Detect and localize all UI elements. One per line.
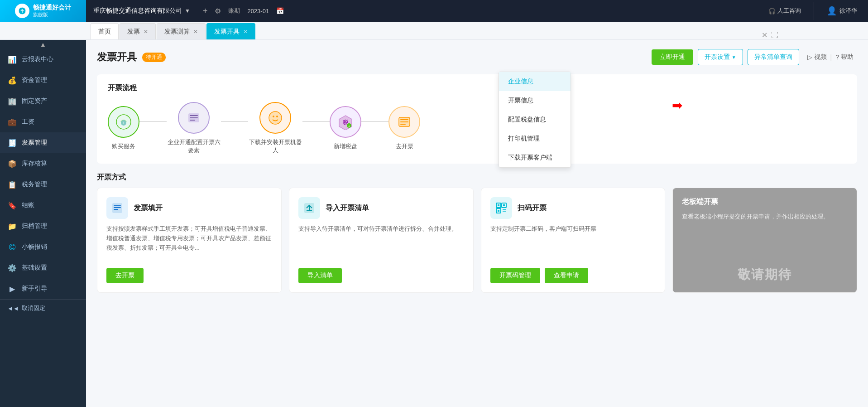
calendar-icon[interactable]: 📅 — [276, 7, 284, 15]
add-icon[interactable]: + — [203, 6, 208, 16]
method-grid: 发票填开 支持按照发票样式手工填开发票；可开具增值税电子普通发票、增值税普通发票… — [97, 188, 857, 293]
svg-text:+: + — [122, 121, 125, 126]
sidebar-item-report[interactable]: 📊 云报表中心 — [0, 49, 86, 70]
method-import-desc: 支持导入待开票清单，可对待开票清单进行拆分、合并处理。 — [298, 224, 464, 261]
method-fill-title: 发票填开 — [134, 204, 163, 213]
svg-rect-32 — [498, 210, 499, 212]
step-label-download: 下载并安装开票机器人 — [248, 138, 302, 155]
methods-section: 开票方式 发票填开 — [97, 173, 857, 293]
app-edition: 旗舰版 — [33, 11, 71, 18]
sidebar-item-salary[interactable]: 💼 工资 — [0, 111, 86, 132]
svg-rect-7 — [190, 117, 198, 118]
user-name: 徐泽华 — [839, 7, 857, 15]
tab-invoice-close[interactable]: ✕ — [144, 29, 148, 35]
user-avatar-icon: 👤 — [827, 6, 837, 16]
step-divider-2 — [221, 121, 248, 122]
salary-icon: 💼 — [7, 117, 17, 127]
process-step-tax[interactable]: 税 + 新增税盘 — [330, 106, 361, 150]
sidebar-item-archive[interactable]: 📁 归档管理 — [0, 216, 86, 237]
sidebar-scroll-up[interactable]: ▲ — [0, 40, 86, 49]
tab-home[interactable]: 首页 — [91, 23, 119, 39]
step-icon-download — [259, 102, 291, 134]
asset-icon: 🏢 — [7, 96, 17, 106]
sidebar-item-fund[interactable]: 💰 资金管理 — [0, 70, 86, 91]
method-scan-btn2[interactable]: 查看申请 — [545, 268, 588, 283]
step-label-tax: 新增税盘 — [334, 142, 357, 150]
method-scan-btn1[interactable]: 开票码管理 — [490, 268, 540, 283]
dropdown-invoice-info[interactable]: 开票信息 — [499, 91, 571, 110]
user-area[interactable]: 👤 徐泽华 — [827, 6, 857, 16]
process-step-go[interactable]: 去开票 — [388, 106, 420, 150]
dropdown-download-client[interactable]: 下载开票客户端 — [499, 148, 571, 167]
fund-icon: 💰 — [7, 75, 17, 85]
page-header: 发票开具 待开通 立即开通 开票设置 ▼ 企业信息 — [97, 49, 857, 65]
company-selector[interactable]: 重庆畅捷交通信息咨询有限公司 ▼ — [86, 7, 197, 15]
settle-icon: 🔖 — [7, 200, 17, 210]
sidebar-item-guide[interactable]: ▶ 新手引导 — [0, 278, 86, 299]
activate-button[interactable]: 立即开通 — [652, 49, 693, 65]
tab-close-icon[interactable]: ✕ — [762, 31, 767, 39]
sidebar-item-tax[interactable]: 📋 税务管理 — [0, 174, 86, 195]
header-actions: 立即开通 开票设置 ▼ 企业信息 开票信息 — [652, 49, 857, 65]
method-import-btn[interactable]: 导入清单 — [298, 268, 342, 283]
settings-button[interactable]: 开票设置 ▼ — [698, 49, 743, 65]
cancel-fixed-btn[interactable]: ◄◄ 取消固定 — [0, 299, 86, 317]
main-layout: ▲ 📊 云报表中心 💰 资金管理 🏢 固定资产 💼 工资 🧾 发票管理 📦 库存… — [0, 40, 868, 407]
tab-invoice-test-close[interactable]: ✕ — [193, 29, 198, 35]
top-bar-right: 🎧 人工咨询 👤 徐泽华 — [768, 2, 868, 20]
divider — [814, 2, 814, 20]
abnormal-button[interactable]: 异常清单查询 — [748, 49, 799, 65]
tab-invoice-issue-close[interactable]: ✕ — [243, 29, 248, 35]
sidebar: ▲ 📊 云报表中心 💰 资金管理 🏢 固定资产 💼 工资 🧾 发票管理 📦 库存… — [0, 40, 86, 407]
method-fill-btn[interactable]: 去开票 — [106, 268, 144, 283]
svg-rect-8 — [190, 120, 195, 121]
sidebar-item-report2[interactable]: © 小畅报销 — [0, 237, 86, 257]
method-card-import: 导入开票清单 支持导入待开票清单，可对待开票清单进行拆分、合并处理。 导入清单 — [289, 188, 474, 293]
period-value[interactable]: 2023-01 — [247, 8, 269, 15]
consultant-btn[interactable]: 🎧 人工咨询 — [768, 7, 801, 15]
method-boss-title: 老板端开票 — [682, 197, 718, 207]
process-step-buy[interactable]: + 购买服务 — [108, 106, 139, 150]
page-title: 发票开具 待开通 — [97, 50, 166, 64]
archive-icon: 📁 — [7, 221, 17, 231]
tab-invoice-issue[interactable]: 发票开具 ✕ — [206, 23, 255, 39]
period-label: 账期 — [228, 7, 240, 15]
sidebar-item-settings[interactable]: ⚙️ 基础设置 — [0, 257, 86, 278]
method-boss-header: 老板端开票 — [682, 197, 848, 207]
step-label-config: 企业开通配置开票六要素 — [167, 138, 221, 155]
tab-invoice-test[interactable]: 发票测算 ✕ — [157, 23, 206, 39]
settings-icon[interactable]: ⚙ — [215, 7, 221, 15]
method-fill-desc: 支持按照发票样式手工填开发票；可开具增值税电子普通发票、增值税普通发票、增值税专… — [106, 224, 272, 261]
dropdown-tax-disk[interactable]: 配置税盘信息 — [499, 110, 571, 129]
app-name: 畅捷通好会计 — [33, 4, 71, 11]
svg-rect-17 — [400, 119, 408, 120]
settings-dropdown: 企业信息 开票信息 配置税盘信息 打印机管理 下载开票客户端 — [499, 72, 571, 168]
top-bar: 畅捷通好会计 旗舰版 重庆畅捷交通信息咨询有限公司 ▼ + ⚙ 账期 2023-… — [0, 0, 868, 22]
tab-invoice[interactable]: 发票 ✕ — [120, 23, 156, 39]
step-icon-config — [178, 102, 210, 134]
sidebar-item-asset[interactable]: 🏢 固定资产 — [0, 91, 86, 111]
step-label-go: 去开票 — [396, 142, 413, 150]
headset-icon: 🎧 — [768, 8, 776, 15]
method-card-fill: 发票填开 支持按照发票样式手工填开发票；可开具增值税电子普通发票、增值税普通发票… — [97, 188, 282, 293]
overlay-pending-text: 敬请期待 — [673, 266, 857, 283]
process-step-download[interactable]: 下载并安装开票机器人 — [248, 102, 302, 155]
settings-btn-container: 开票设置 ▼ 企业信息 开票信息 配置税盘信息 — [698, 49, 743, 65]
svg-point-9 — [269, 111, 282, 124]
svg-rect-30 — [498, 204, 499, 206]
process-flow: + 购买服务 企业开 — [108, 102, 846, 155]
tab-maximize-icon[interactable]: ⛶ — [771, 31, 778, 39]
sidebar-item-settle[interactable]: 🔖 结账 — [0, 195, 86, 216]
dropdown-company-info[interactable]: 企业信息 — [499, 72, 571, 91]
svg-rect-21 — [114, 205, 121, 206]
status-badge: 待开通 — [142, 53, 166, 62]
logo-area[interactable]: 畅捷通好会计 旗舰版 — [0, 0, 86, 22]
step-label-buy: 购买服务 — [112, 142, 135, 150]
dropdown-printer[interactable]: 打印机管理 — [499, 129, 571, 148]
sidebar-item-invoice-mgmt[interactable]: 🧾 发票管理 — [0, 132, 86, 153]
method-scan-header: 扫码开票 — [490, 197, 656, 219]
process-step-config[interactable]: 企业开通配置开票六要素 — [167, 102, 221, 155]
help-button[interactable]: ▷ 视频 | ? 帮助 — [804, 49, 857, 65]
sidebar-item-inventory[interactable]: 📦 库存核算 — [0, 153, 86, 174]
svg-point-11 — [276, 116, 278, 117]
